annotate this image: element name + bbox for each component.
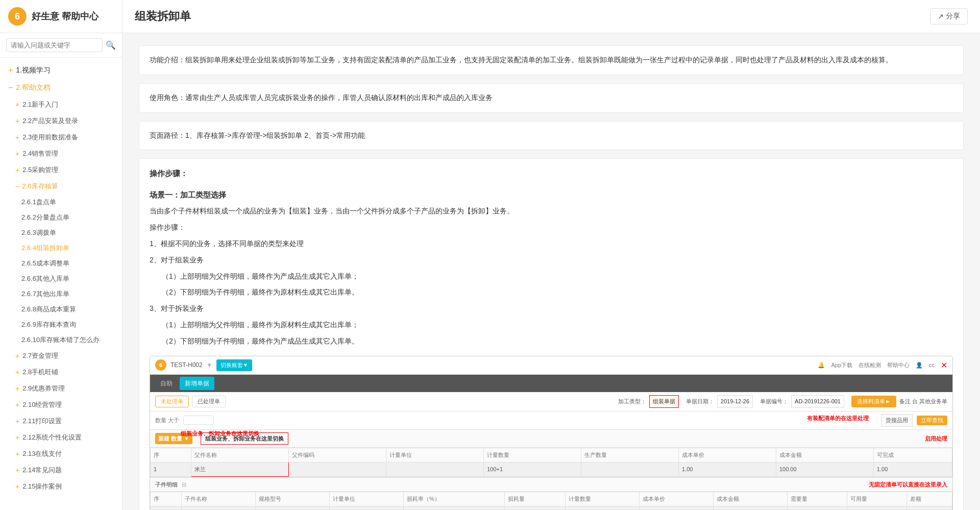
step2: 2、对于组装业务 [150, 254, 953, 266]
annotation-1: 有装配清单的在这里处理 [805, 412, 871, 424]
app-screenshot: 6 TEST-H002 ▼ 切换账套▼ 🔔 App下载 在线检测 帮助中心 👤 … [150, 356, 953, 510]
sidebar-item-2-13[interactable]: + 2.13在线支付 [0, 446, 122, 462]
plus-icon: + [15, 101, 19, 109]
plus-icon: + [15, 450, 19, 458]
form-type-label: 加工类型： [618, 397, 646, 406]
bottom-section-header: 子件明细 ⊟ 无固定清单可以直接在这里录入 [150, 477, 952, 492]
app-nav-new[interactable]: 新增单据 [180, 377, 214, 390]
th-parent-name: 父件名称 [191, 448, 289, 463]
btd-child-name: 饲料 1 [182, 506, 256, 510]
step3-2: （2）下部明细为子件明细，最终作为产成品生成其它入库单。 [162, 335, 953, 348]
nav-sub-sub-items-2-6: 2.6.1盘点单 2.6.2分量盘点单 2.6.3调拨单 2.6.4组装拆卸单 … [0, 195, 122, 348]
step2-1: （1）上部明细为父件明细，最终作为产成品生成其它入库单； [162, 271, 953, 283]
td-prod-qty [581, 462, 679, 476]
page-title: 组装拆卸单 [135, 9, 191, 24]
plus-icon: + [15, 368, 19, 376]
app-switch-btn[interactable]: 切换账套▼ [216, 359, 253, 371]
btd-cost-amount: 0.00 [713, 506, 787, 510]
bth-cost-price: 成本单价 [639, 492, 713, 506]
td-parent-code [289, 462, 386, 476]
sidebar-item-2-11[interactable]: + 2.11打印设置 [0, 413, 122, 429]
bottom-table-container: 序 子件名称 规格型号 计量单位 损耗率（%） 损耗量 计量数量 成本单价 成本… [150, 492, 952, 510]
sidebar-item-2-1-label: 2.1新手入门 [22, 100, 58, 109]
form-date-value[interactable]: 2019-12-26 [717, 395, 753, 408]
sidebar-item-docs-label: 2.帮助文档 [16, 83, 51, 92]
sidebar-item-2-6-label: 2.6库存核算 [22, 182, 58, 191]
sidebar-item-2-1[interactable]: + 2.1新手入门 [0, 96, 122, 113]
search-qty-input[interactable] [183, 416, 214, 425]
app-form-toolbar: 未处理单 已处理单 加工类型： 组装单据 单据日期： 2019-12-26 单据… [150, 392, 952, 411]
sidebar-item-2-15[interactable]: + 2.15操作案例 [0, 478, 122, 495]
toolbar-done-btn[interactable]: 已处理单 [192, 396, 226, 407]
step3-1: （1）上部明细为父件明细，最终作为原材料生成其它出库单； [162, 319, 953, 331]
bth-child-name: 子件名称 [182, 492, 256, 506]
sidebar-item-video[interactable]: + 1.视频学习 [0, 62, 122, 79]
form-type-value[interactable]: 组装单据 [649, 395, 679, 408]
bottom-table-header: 序 子件名称 规格型号 计量单位 损耗率（%） 损耗量 计量数量 成本单价 成本… [151, 492, 952, 506]
td-can-complete: 1.00 [873, 462, 952, 476]
bth-loss-rate: 损耗率（%） [404, 492, 505, 506]
app-id: TEST-H002 [170, 360, 203, 370]
sidebar-item-2-3[interactable]: + 2.3使用前数据准备 [0, 129, 122, 145]
sidebar-item-2-5[interactable]: + 2.5采购管理 [0, 162, 122, 178]
td-cost-price: 1.00 [679, 462, 776, 476]
main-header: 组装拆卸单 ↗ 分享 [122, 0, 980, 33]
sidebar-item-docs[interactable]: − 2.帮助文档 [0, 79, 122, 96]
nav-section-video: + 1.视频学习 [0, 62, 122, 79]
form-docno-value[interactable]: AD-20191226-001 [791, 395, 844, 408]
sidebar-item-2-9[interactable]: + 2.9优惠券管理 [0, 380, 122, 397]
td-parent-name[interactable]: 米兰 [191, 462, 289, 476]
annotation-3: 启用处理 [925, 434, 947, 444]
sidebar-item-2-6-1[interactable]: 2.6.1盘点单 [0, 195, 122, 210]
app-link-apps[interactable]: App下载 [831, 360, 852, 370]
sidebar-item-2-6-9[interactable]: 2.6.9库存账本查询 [0, 317, 122, 332]
app-nav-home[interactable]: 自助 [155, 377, 178, 390]
app-close-icon[interactable]: ✕ [941, 358, 947, 372]
sidebar-item-2-6-6[interactable]: 2.6.6其他入库单 [0, 271, 122, 286]
search-button[interactable]: 🔍 [106, 40, 116, 50]
app-link-help[interactable]: 帮助中心 [887, 360, 910, 370]
search-input[interactable] [6, 38, 103, 52]
annotation-2: 组装业务、拆卸业务在这里切换 [181, 429, 259, 439]
sidebar-item-2-6-4[interactable]: 2.6.4组装拆卸单 [0, 240, 122, 256]
app-link-checkin[interactable]: 在线检测 [859, 360, 881, 370]
toolbar-pending-btn[interactable]: 未处理单 [155, 396, 189, 407]
logo-icon: 6 [8, 7, 27, 26]
top-table-header: 序 父件名称 父件编码 计量单位 计量数量 生产数量 成本单价 成本金额 可完成 [151, 448, 952, 463]
search-field[interactable]: 货搜品用 [881, 414, 913, 427]
top-table-header-row: 序 父件名称 父件编码 计量单位 计量数量 生产数量 成本单价 成本金额 可完成 [151, 448, 952, 463]
toolbar-confirm-btn[interactable]: 选择料清单► [851, 396, 896, 407]
app-logo-small: 6 [155, 359, 166, 371]
sidebar-item-2-6-7[interactable]: 2.6.7其他出库单 [0, 286, 122, 302]
sidebar-item-2-12[interactable]: + 2.12系统个性化设置 [0, 429, 122, 446]
bottom-section-label: 子件明细 [155, 480, 178, 490]
th-parent-code: 父件编码 [289, 448, 386, 463]
sidebar-item-2-6[interactable]: − 2.6库存核算 [0, 178, 122, 195]
btd-need-qty [787, 506, 847, 510]
search-btn[interactable]: 立即查找 [917, 416, 947, 425]
sidebar: 6 好生意 帮助中心 🔍 + 1.视频学习 − 2.帮助文档 + 2.1新手入门 [0, 0, 122, 510]
sidebar-item-2-8[interactable]: + 2.8手机旺铺 [0, 364, 122, 380]
sidebar-item-2-6-8[interactable]: 2.6.8商品成本重算 [0, 302, 122, 317]
sidebar-item-2-10[interactable]: + 2.10经营管理 [0, 397, 122, 413]
app-nav-bar: 自助 新增单据 [150, 375, 952, 392]
app-avatar: 👤 [916, 360, 923, 370]
sidebar-item-2-6-5[interactable]: 2.6.5成本调整单 [0, 256, 122, 271]
sidebar-item-2-2[interactable]: + 2.2产品安装及登录 [0, 113, 122, 129]
bth-need-qty: 需要量 [787, 492, 847, 506]
btd-diff: 面 [906, 506, 952, 510]
plus-icon: + [15, 384, 19, 393]
sidebar-item-2-6-2[interactable]: 2.6.2分量盘点单 [0, 210, 122, 225]
sidebar-item-2-14[interactable]: + 2.14常见问题 [0, 462, 122, 478]
step1: 1、根据不同的业务，选择不同单据的类型来处理 [150, 238, 953, 250]
sidebar-item-2-4[interactable]: + 2.4销售管理 [0, 145, 122, 162]
share-button[interactable]: ↗ 分享 [930, 8, 968, 25]
app-dropdown[interactable]: ▼ [207, 360, 212, 370]
sidebar-item-2-6-3[interactable]: 2.6.3调拨单 [0, 225, 122, 240]
bottom-table-body: 1 饲料 1 规格A+ 1件 1件+44 100.00 0.00 0.00 0.… [151, 506, 952, 510]
bottom-toggle-icon[interactable]: ⊟ [182, 480, 186, 490]
sidebar-item-2-6-10[interactable]: 2.6.10库存账本错了怎么办 [0, 332, 122, 348]
sidebar-item-2-7[interactable]: + 2.7资金管理 [0, 348, 122, 364]
content-body: 功能介绍：组装拆卸单用来处理企业组装或拆卸等加工业务，支持有固定装配清单的产品加… [122, 33, 980, 510]
bottom-table-header-row: 序 子件名称 规格型号 计量单位 损耗率（%） 损耗量 计量数量 成本单价 成本… [151, 492, 952, 506]
